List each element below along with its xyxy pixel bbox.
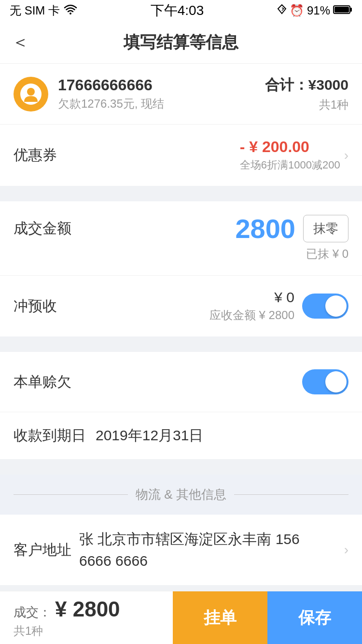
address-label: 客户地址	[14, 540, 71, 560]
bottom-bar: 成交： ¥ 2800 共1种 挂单 保存	[0, 591, 362, 644]
bad-debt-row: 本单赊欠	[0, 352, 362, 412]
due-date-value: 2019年12月31日	[96, 426, 203, 446]
bottom-deal-label: 成交：	[14, 604, 51, 621]
customer-card: 17666666666 欠款1276.35元, 现结 合计：¥3000 共1种 …	[0, 64, 362, 186]
coupon-desc: 全场6折满1000减200	[240, 158, 340, 172]
page-title: 填写结算等信息	[124, 31, 238, 54]
deal-amount: 2800	[235, 215, 295, 242]
address-row[interactable]: 客户地址 张 北京市市辖区海淀区永丰南 156 6666 6666 ›	[0, 515, 362, 585]
status-right: ⏰ 91%	[277, 4, 352, 17]
customer-total: 合计：¥3000 共1种	[265, 75, 348, 112]
hang-button[interactable]: 挂单	[173, 591, 267, 644]
coupon-label: 优惠券	[14, 145, 57, 165]
deal-row: 成交金额 2800 抹零	[14, 215, 348, 242]
deal-right: 2800 抹零	[235, 215, 348, 242]
svg-rect-3	[334, 7, 349, 13]
back-button[interactable]: ＜	[12, 30, 29, 54]
address-chevron-icon: ›	[344, 542, 348, 558]
status-bar: 无 SIM 卡 下午4:03 ⏰ 91%	[0, 0, 362, 21]
location-icon	[277, 4, 287, 17]
flush-toggle[interactable]	[302, 294, 348, 319]
section-divider-2	[0, 344, 362, 352]
bottom-deal: 成交： ¥ 2800	[14, 597, 159, 621]
header-line-left	[14, 494, 128, 495]
deal-label: 成交金额	[14, 219, 71, 238]
wifi-icon	[64, 4, 77, 17]
avatar-icon	[20, 84, 42, 105]
nav-bar: ＜ 填写结算等信息	[0, 21, 362, 64]
address-value: 张 北京市市辖区海淀区永丰南 156 6666 6666	[79, 528, 333, 572]
due-date-row: 收款到期日 2019年12月31日	[0, 412, 362, 459]
flush-amount: ¥ 0	[274, 289, 294, 306]
flush-right: ¥ 0 应收金额 ¥ 2800	[209, 289, 294, 323]
bad-debt-label: 本单赊欠	[14, 372, 71, 392]
flush-label: 冲预收	[14, 296, 57, 316]
bad-debt-card: 本单赊欠 收款到期日 2019年12月31日	[0, 352, 362, 459]
svg-point-4	[27, 88, 35, 96]
round-button[interactable]: 抹零	[303, 215, 348, 242]
status-time: 下午4:03	[151, 1, 204, 20]
deal-section: 成交金额 2800 抹零 已抹 ¥ 0	[0, 201, 362, 275]
save-button[interactable]: 保存	[267, 591, 362, 644]
total-count: 共1种	[265, 97, 348, 112]
content: 17666666666 欠款1276.35元, 现结 合计：¥3000 共1种 …	[0, 64, 362, 644]
toggle-knob	[325, 295, 347, 317]
section-divider-1	[0, 194, 362, 201]
total-amount: 合计：¥3000	[265, 75, 348, 95]
battery-text: 91%	[307, 4, 330, 17]
flush-row: 冲预收 ¥ 0 应收金额 ¥ 2800	[0, 275, 362, 336]
deal-card: 成交金额 2800 抹零 已抹 ¥ 0 冲预收 ¥ 0 应收金额 ¥ 2800	[0, 201, 362, 336]
coupon-discount: - ¥ 200.00	[240, 138, 340, 156]
customer-row: 17666666666 欠款1276.35元, 现结 合计：¥3000 共1种	[0, 64, 362, 124]
deal-sub: 已抹 ¥ 0	[14, 246, 348, 262]
section-divider-3	[0, 467, 362, 475]
header-line-right	[234, 494, 348, 495]
svg-rect-2	[350, 8, 352, 12]
svg-point-0	[70, 13, 71, 14]
due-date-label: 收款到期日	[14, 426, 86, 446]
customer-info: 17666666666 欠款1276.35元, 现结	[58, 76, 265, 112]
coupon-chevron-icon: ›	[344, 148, 348, 163]
bad-debt-toggle-knob	[325, 371, 347, 392]
status-left: 无 SIM 卡	[10, 3, 77, 18]
customer-debt: 欠款1276.35元, 现结	[58, 96, 265, 112]
avatar	[14, 77, 48, 112]
bottom-count: 共1种	[14, 623, 159, 639]
section-header-text: 物流 & 其他信息	[136, 486, 226, 503]
alarm-icon: ⏰	[290, 4, 304, 17]
sim-status: 无 SIM 卡	[10, 3, 60, 18]
battery-icon	[333, 4, 352, 17]
bad-debt-toggle[interactable]	[302, 369, 348, 394]
bottom-deal-amount: ¥ 2800	[55, 597, 120, 621]
customer-phone: 17666666666	[58, 76, 265, 94]
flush-desc: 应收金额 ¥ 2800	[209, 308, 294, 323]
section-header: 物流 & 其他信息	[0, 475, 362, 515]
coupon-row[interactable]: 优惠券 - ¥ 200.00 全场6折满1000减200 ›	[0, 124, 362, 186]
bottom-summary: 成交： ¥ 2800 共1种	[0, 597, 173, 639]
